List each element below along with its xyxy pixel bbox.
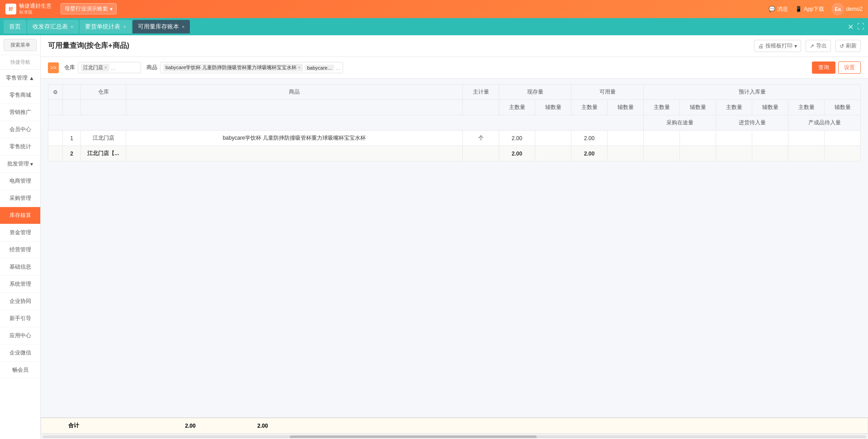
nav-close-btn[interactable]: ✕ (848, 23, 854, 31)
col-subheader-products-main: 主数量 (788, 100, 825, 115)
footer-unit (136, 423, 172, 429)
main-layout: 搜索菜单 快捷导航 零售管理 ▲ 零售商城 营销推广 会员中心 零售统计 批发管… (0, 35, 868, 439)
col-subheader-product (126, 100, 463, 115)
warehouse-more[interactable]: ... (111, 65, 115, 71)
sidebar-wholesale-mgmt-label: 批发管理 (7, 160, 29, 168)
sidebar-new-guide-label: 新手引导 (9, 315, 31, 321)
product-more[interactable]: ... (336, 65, 340, 71)
cell-unit-1: 个 (463, 131, 499, 146)
template-print-btn[interactable]: 🖨 按模板打印 ▾ (754, 40, 801, 52)
sidebar-item-retail-stats[interactable]: 零售统计 (0, 138, 40, 156)
tenant-name: 母婴行业演示账套 (65, 5, 108, 13)
tab-income-summary-close[interactable]: × (71, 24, 73, 29)
sidebar-item-system-mgmt[interactable]: 系统管理 (0, 276, 40, 293)
sidebar-item-finance-mgmt[interactable]: 资金管理 (0, 224, 40, 241)
sidebar-item-marketing[interactable]: 营销推广 (0, 104, 40, 121)
warehouse-tag: 江北门店 × (81, 64, 109, 71)
nav-tabs-bar: 首页 收发存汇总表 × 要货单统计表 × 可用量库存账本 × ✕ ⛶ (0, 18, 868, 35)
cell-stock-main-1: 2.00 (499, 131, 535, 146)
col-header-gear: ⚙ (48, 85, 63, 100)
page-title: 可用量查询(按仓库+商品) (48, 41, 129, 51)
sidebar-item-basic-info[interactable]: 基础信息 (0, 259, 40, 276)
cell-products-main-1 (788, 131, 825, 146)
product-tag-1-close[interactable]: × (298, 65, 301, 70)
product-tag-1-text: babycare学饮杯 儿童防摔防撞吸管杯重力球吸嘴杯宝宝水杯 (165, 64, 297, 71)
user-action[interactable]: Ea demo2 (831, 3, 863, 15)
settings-button[interactable]: 设置 (838, 61, 861, 74)
message-action[interactable]: 💬 消息 (769, 5, 788, 13)
cell-gear-1 (48, 131, 63, 146)
cell-products-main-2 (788, 146, 825, 161)
warehouse-tag-close[interactable]: × (104, 65, 107, 70)
sidebar-item-enterprise-wechat[interactable]: 企业微信 (0, 345, 40, 362)
tab-available-stock-close[interactable]: × (182, 24, 184, 29)
export-btn[interactable]: ↗ 导出 (806, 40, 831, 52)
message-label: 消息 (777, 5, 788, 13)
dropdown-arrow-icon: ▾ (794, 43, 797, 49)
product-tag-2-text: babycare... (307, 65, 331, 71)
sidebar-purchase-mgmt-label: 采购管理 (9, 195, 31, 201)
sidebar-item-enterprise-collab[interactable]: 企业协同 (0, 293, 40, 310)
col-header-product: 商品 (126, 85, 463, 100)
sidebar-item-app-center[interactable]: 应用中心 (0, 327, 40, 345)
page-actions: 🖨 按模板打印 ▾ ↗ 导出 ↺ 刷新 (754, 40, 861, 52)
sidebar-item-retail-mgmt[interactable]: 零售管理 ▲ (0, 70, 40, 87)
sidebar-item-inventory-check[interactable]: 库存核算 (0, 207, 40, 224)
sidebar-item-wholesale-mgmt[interactable]: 批发管理 ▾ (0, 156, 40, 173)
sidebar-inventory-check-label: 库存核算 (9, 212, 31, 218)
warehouse-tag-input[interactable]: 江北门店 × ... (78, 62, 141, 73)
sidebar-item-member-center[interactable]: 会员中心 (0, 121, 40, 138)
cell-product-1: babycare学饮杯 儿童防摔防撞吸管杯重力球吸嘴杯宝宝水杯 (126, 131, 463, 146)
top-bar: 好 畅捷通好生意 标准版 母婴行业演示账套 ▾ 💬 消息 📱 App下载 Ea … (0, 0, 868, 18)
col-subheader-products-pending: 产成品待入量 (788, 115, 861, 131)
sidebar: 搜索菜单 快捷导航 零售管理 ▲ 零售商城 营销推广 会员中心 零售统计 批发管… (0, 35, 41, 439)
avatar: Ea (831, 3, 844, 15)
tab-available-stock[interactable]: 可用量库存账本 × (132, 20, 190, 33)
sidebar-item-purchase-mgmt[interactable]: 采购管理 (0, 190, 40, 207)
sidebar-search-area: 搜索菜单 (0, 35, 40, 55)
col-subheader-gear (48, 100, 63, 115)
query-button[interactable]: 查询 (812, 61, 835, 74)
cell-avail-aux-1 (608, 131, 644, 146)
nav-expand-btn[interactable]: ⛶ (857, 23, 864, 31)
scrollbar-thumb[interactable] (290, 435, 537, 438)
logo-sub: 标准版 (19, 9, 52, 15)
top-bar-left: 好 畅捷通好生意 标准版 母婴行业演示账套 ▾ (5, 3, 117, 15)
col-subheader-avail-main: 主数量 (571, 100, 608, 115)
sidebar-item-operation-mgmt[interactable]: 经营管理 (0, 241, 40, 259)
refresh-icon: ↺ (840, 43, 844, 49)
tab-home[interactable]: 首页 (4, 20, 26, 33)
table-row: 2 江北门店【... 2.00 2.00 (48, 146, 861, 161)
app-download-action[interactable]: 📱 App下载 (795, 5, 824, 13)
tab-income-summary[interactable]: 收发存汇总表 × (27, 20, 79, 33)
table-row: 1 江北门店 babycare学饮杯 儿童防摔防撞吸管杯重力球吸嘴杯宝宝水杯 个… (48, 131, 861, 146)
sidebar-item-vip-member[interactable]: 畅会员 (0, 362, 40, 379)
tab-order-stats[interactable]: 要货单统计表 × (80, 20, 131, 33)
sidebar-item-ecommerce-mgmt[interactable]: 电商管理 (0, 173, 40, 190)
footer-stock-main: 2.00 (172, 423, 208, 429)
footer-stock-aux (208, 423, 245, 429)
export-icon: ↗ (810, 43, 814, 49)
gear-icon[interactable]: ⚙ (53, 89, 58, 95)
export-label: 导出 (816, 42, 827, 50)
cell-warehouse-1: 江北门店 (81, 131, 126, 146)
cell-avail-main-1: 2.00 (571, 131, 608, 146)
col-subheader-warehouse (81, 100, 126, 115)
cell-avail-aux-2 (608, 146, 644, 161)
tenant-selector[interactable]: 母婴行业演示账套 ▾ (61, 3, 117, 14)
sidebar-quick-nav[interactable]: 快捷导航 (0, 55, 40, 70)
sidebar-search-btn[interactable]: 搜索菜单 (4, 39, 37, 51)
sidebar-item-retail-mall[interactable]: 零售商城 (0, 87, 40, 104)
cell-incoming-aux-1 (752, 131, 788, 146)
top-bar-right: 💬 消息 📱 App下载 Ea demo2 (769, 3, 863, 15)
col-subheader-unit (463, 100, 499, 115)
product-tag-input[interactable]: babycare学饮杯 儿童防摔防撞吸管杯重力球吸嘴杯宝宝水杯 × babyca… (160, 62, 343, 73)
refresh-btn[interactable]: ↺ 刷新 (835, 40, 861, 52)
logo-icon: 好 (5, 4, 16, 14)
sidebar-item-new-guide[interactable]: 新手引导 (0, 310, 40, 327)
tab-order-stats-close[interactable]: × (123, 24, 126, 29)
filter-actions-right: 查询 设置 (812, 61, 861, 74)
filter-expand-btn[interactable]: >> (48, 62, 59, 73)
cell-incoming-main-2 (716, 146, 752, 161)
expand-icon: >> (50, 65, 57, 71)
